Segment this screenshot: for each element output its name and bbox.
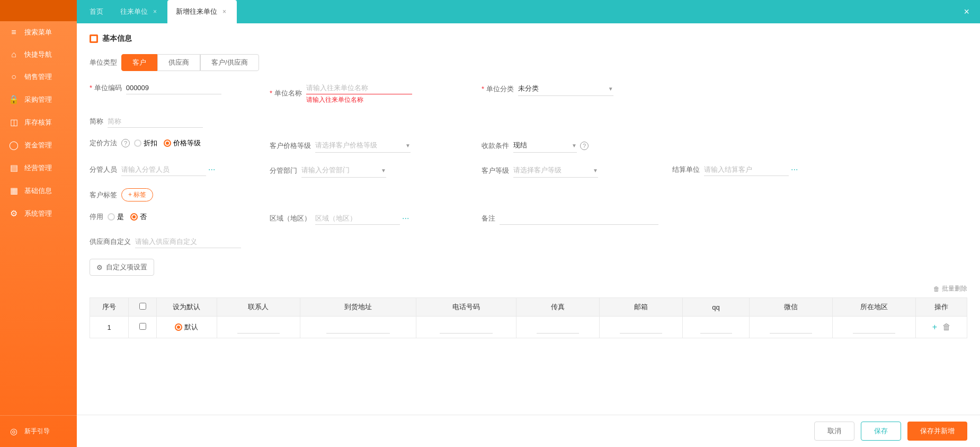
cancel-button[interactable]: 取消 xyxy=(814,422,854,441)
row-action: + 🗑 xyxy=(916,317,967,338)
disabled-no-label: 否 xyxy=(140,212,147,222)
disabled-no-radio xyxy=(130,213,138,221)
settings-icon: ⚙ xyxy=(96,264,103,271)
pricing-method-group: 定价方法 ? 折扣 价格等级 xyxy=(90,138,259,148)
disabled-row: 停用 是 否 区域（地区） ··· 备注 xyxy=(90,212,967,225)
row-phone-input[interactable] xyxy=(440,321,493,334)
region-more-btn[interactable]: ··· xyxy=(400,214,411,223)
sidebar-item-inventory[interactable]: ◫ 库存核算 xyxy=(0,111,77,134)
unit-category-value: 未分类 xyxy=(518,84,606,93)
unit-name-label: 单位名称 xyxy=(270,89,302,98)
sidebar-item-system[interactable]: ⚙ 系统管理 xyxy=(0,202,77,225)
sidebar-item-quicknav[interactable]: ⌂ 快捷导航 xyxy=(0,43,77,66)
sidebar-item-finance[interactable]: ◯ 资金管理 xyxy=(0,134,77,156)
disabled-radio-group: 是 否 xyxy=(108,212,147,222)
add-tag-button[interactable]: + 标签 xyxy=(121,188,153,201)
settlement-unit-label: 结算单位 xyxy=(672,165,700,174)
pricing-help-icon[interactable]: ? xyxy=(121,139,130,147)
page-footer: 取消 保存 保存并新增 xyxy=(77,415,980,447)
row-wechat-input[interactable] xyxy=(770,321,812,334)
sidebar-item-basic[interactable]: ▦ 基础信息 xyxy=(0,179,77,202)
system-icon: ⚙ xyxy=(8,208,19,218)
save-button[interactable]: 保存 xyxy=(861,422,901,441)
unit-category-select[interactable]: 未分类 ▼ xyxy=(518,82,613,96)
settlement-unit-more-btn[interactable]: ··· xyxy=(789,165,800,174)
inventory-icon: ◫ xyxy=(8,117,19,127)
tab-contacts[interactable]: 往来单位 × xyxy=(112,0,167,23)
tab-home-label: 首页 xyxy=(90,7,103,16)
row-contact xyxy=(217,317,300,338)
newbie-icon: ◎ xyxy=(8,426,19,436)
remarks-input[interactable] xyxy=(500,212,658,225)
select-all-checkbox[interactable] xyxy=(139,303,146,310)
tab-home[interactable]: 首页 xyxy=(81,0,112,23)
customer-level-group: 客户等级 请选择客户等级 ▼ xyxy=(482,163,662,178)
pricing-discount[interactable]: 折扣 xyxy=(134,138,157,148)
unit-code-input[interactable] xyxy=(126,82,221,94)
save-add-button[interactable]: 保存并新增 xyxy=(907,422,967,441)
customer-level-select[interactable]: 请选择客户等级 ▼ xyxy=(513,163,598,178)
payment-terms-select[interactable]: 现结 ▼ xyxy=(513,138,577,153)
col-phone: 电话号码 xyxy=(416,298,516,317)
disabled-no[interactable]: 否 xyxy=(130,212,147,222)
unit-type-buttons: 客户 供应商 客户/供应商 xyxy=(121,54,259,71)
row-default-radio[interactable]: 默认 xyxy=(175,322,198,332)
unit-category-group: 单位分类 未分类 ▼ xyxy=(482,82,967,96)
supplier-custom-row: 供应商自定义 xyxy=(90,235,967,248)
window-close-button[interactable]: × xyxy=(957,6,976,17)
customer-level-value: 请选择客户等级 xyxy=(513,165,591,175)
manager-row: 分管人员 ··· 分管部门 请输入分管部门 ▼ 客户等级 请选择客户等级 ▼ 结… xyxy=(90,163,967,178)
close-contacts-tab[interactable]: × xyxy=(151,7,159,16)
sidebar: ≡ 搜索菜单 ⌂ 快捷导航 ○ 销售管理 🔒 采购管理 ◫ 库存核算 ◯ 资金管… xyxy=(0,0,77,447)
payment-terms-help-icon[interactable]: ? xyxy=(580,142,589,150)
tab-new-contact[interactable]: 新增往来单位 × xyxy=(167,0,237,23)
pricing-level[interactable]: 价格等级 xyxy=(164,138,201,148)
row-address-input[interactable] xyxy=(326,321,390,334)
short-name-input[interactable] xyxy=(108,115,203,128)
row-select-checkbox[interactable] xyxy=(139,323,146,330)
manager-input[interactable] xyxy=(121,163,206,176)
custom-settings-button[interactable]: ⚙ 自定义项设置 xyxy=(90,259,154,276)
settlement-unit-group: 结算单位 ··· xyxy=(672,163,967,176)
unit-name-input[interactable] xyxy=(306,82,412,94)
payment-terms-group: 收款条件 现结 ▼ ? xyxy=(482,138,967,153)
payment-terms-arrow: ▼ xyxy=(572,143,577,148)
sidebar-item-newbie[interactable]: ◎ 新手引导 xyxy=(0,420,77,443)
row-area-input[interactable] xyxy=(853,321,895,334)
row-add-btn[interactable]: + xyxy=(932,322,937,331)
row-qq-input[interactable] xyxy=(700,321,732,334)
manager-label: 分管人员 xyxy=(90,165,117,174)
region-input[interactable] xyxy=(315,212,400,225)
short-name-group: 简称 xyxy=(90,115,259,128)
supplier-custom-input[interactable] xyxy=(135,235,241,248)
disabled-yes[interactable]: 是 xyxy=(108,212,124,222)
col-checkbox xyxy=(129,298,157,317)
customer-price-level-select[interactable]: 请选择客户价格等级 ▼ xyxy=(315,138,411,153)
sidebar-item-search[interactable]: ≡ 搜索菜单 xyxy=(0,21,77,43)
sidebar-item-sales[interactable]: ○ 销售管理 xyxy=(0,66,77,88)
pricing-discount-radio xyxy=(134,139,141,147)
sidebar-item-label: 快捷导航 xyxy=(24,50,52,59)
manager-more-btn[interactable]: ··· xyxy=(206,165,217,174)
main-area: 首页 往来单位 × 新增往来单位 × × 基本信息 单位类型 客户 xyxy=(77,0,980,447)
row-fax-input[interactable] xyxy=(537,321,579,334)
row-contact-input[interactable] xyxy=(237,321,280,334)
section-icon xyxy=(90,34,98,43)
unit-type-both[interactable]: 客户/供应商 xyxy=(200,54,259,71)
pricing-radio-group: 折扣 价格等级 xyxy=(134,138,201,148)
row-delete-btn[interactable]: 🗑 xyxy=(942,322,951,331)
customer-price-level-value: 请选择客户价格等级 xyxy=(315,141,403,150)
sidebar-item-operation[interactable]: ▤ 经营管理 xyxy=(0,156,77,179)
unit-type-supplier[interactable]: 供应商 xyxy=(157,54,200,71)
unit-type-customer[interactable]: 客户 xyxy=(121,54,157,71)
department-select[interactable]: 请输入分管部门 ▼ xyxy=(301,163,386,178)
close-new-contact-tab[interactable]: × xyxy=(220,7,228,16)
svg-rect-0 xyxy=(91,36,96,41)
table-row: 1 默认 xyxy=(90,317,967,338)
sidebar-item-purchase[interactable]: 🔒 采购管理 xyxy=(0,88,77,111)
sidebar-logo xyxy=(0,0,77,21)
batch-delete-button[interactable]: 🗑 批量删除 xyxy=(933,284,967,293)
table-header-row: 序号 设为默认 联系人 到货地址 电话号码 传真 邮箱 qq 微信 所在地区 操… xyxy=(90,298,967,317)
settlement-unit-input[interactable] xyxy=(704,163,789,176)
row-email-input[interactable] xyxy=(620,321,662,334)
